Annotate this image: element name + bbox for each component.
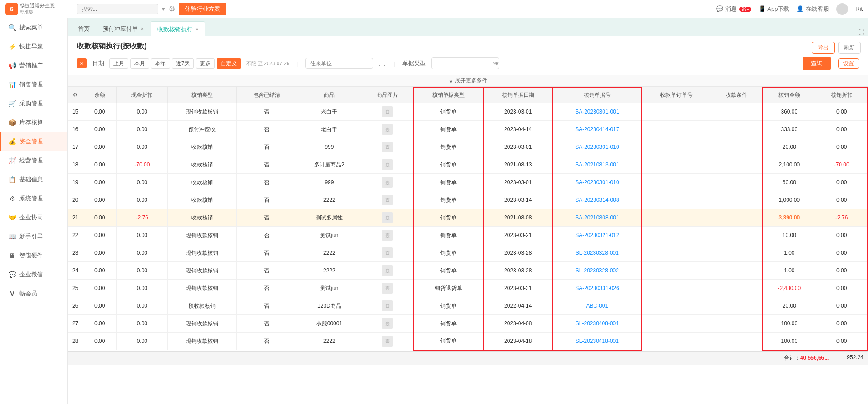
row-bill-type: 销货单 (413, 191, 483, 209)
table-area[interactable]: ⚙ 余额 现金折扣 核销类型 包含已结清 商品 商品图片 核销单据类型 核销单据… (68, 87, 868, 404)
bill-type-select[interactable] (431, 57, 499, 69)
row-bill-no[interactable]: SL-20230418-001 (553, 333, 642, 350)
tab-prepay-close[interactable]: × (141, 26, 144, 32)
sidebar-item-basic[interactable]: 📋 基础信息 (0, 170, 67, 189)
expand-more-bar[interactable]: ∨ 展开更多条件 (68, 75, 868, 87)
row-settings-icon[interactable]: 16 (68, 121, 83, 138)
dropdown-icon[interactable]: ▾ (162, 5, 165, 12)
row-settings-icon[interactable]: 15 (68, 103, 83, 121)
gear-icon[interactable]: ⚙ (169, 5, 175, 13)
row-goods: 999 (297, 174, 362, 191)
row-goods-img: 🖼 (362, 333, 413, 350)
row-bill-no[interactable]: SL-20230328-001 (553, 244, 642, 262)
row-settings-icon[interactable]: 20 (68, 191, 83, 209)
date-more[interactable]: 更多 (196, 58, 215, 69)
row-bill-no[interactable]: SA-20230301-010 (553, 174, 642, 191)
industry-btn[interactable]: 休验行业方案 (179, 3, 226, 15)
row-receipt-order-no (642, 156, 711, 174)
row-settings-icon[interactable]: 18 (68, 156, 83, 174)
row-settings-icon[interactable]: 21 (68, 209, 83, 227)
export-btn[interactable]: 导出 (812, 42, 835, 54)
sidebar-item-inventory[interactable]: 📦 库存核算 (0, 113, 67, 132)
sidebar-item-management[interactable]: 📈 经营管理 (0, 151, 67, 170)
row-settings-icon[interactable]: 25 (68, 280, 83, 297)
sidebar-item-member[interactable]: V 畅会员 (0, 284, 67, 303)
sidebar-item-wechat[interactable]: 💬 企业微信 (0, 265, 67, 284)
sidebar-item-guide[interactable]: 📖 新手引导 (0, 227, 67, 246)
row-bill-no[interactable]: SA-20230314-008 (553, 191, 642, 209)
search-input[interactable] (77, 4, 158, 14)
sidebar-item-marketing[interactable]: 📢 营销推广 (0, 56, 67, 75)
tab-home[interactable]: 首页 (71, 21, 96, 36)
bill-no-link[interactable]: SL-20230418-001 (576, 338, 619, 344)
bill-no-link[interactable]: SA-20210813-001 (575, 162, 619, 168)
row-cash-discount: 0.00 (117, 280, 168, 297)
online-service-btn[interactable]: 👤 在线客服 (797, 5, 829, 13)
bill-no-link[interactable]: SA-20210808-001 (575, 214, 619, 221)
tab-prepay[interactable]: 预付冲应付单 × (96, 21, 151, 36)
date-7days[interactable]: 近7天 (172, 58, 194, 69)
filter-expand-btn[interactable]: » (77, 58, 87, 68)
date-this-month[interactable]: 本月 (130, 58, 149, 69)
sidebar-item-hardware[interactable]: 🖥 智能硬件 (0, 246, 67, 265)
window-maximize-btn[interactable]: ⛶ (859, 29, 864, 36)
sidebar-item-collab[interactable]: 🤝 企业协同 (0, 208, 67, 227)
date-this-year[interactable]: 本年 (151, 58, 170, 69)
message-btn[interactable]: 💬 消息 99+ (716, 5, 751, 13)
bill-no-link[interactable]: SA-20230414-017 (575, 126, 619, 133)
sidebar-item-search[interactable]: 🔍 搜索菜单 (0, 18, 67, 37)
row-bill-no[interactable]: SL-20230328-002 (553, 262, 642, 280)
row-bill-no[interactable]: SA-20210808-001 (553, 209, 642, 227)
tab-receipt[interactable]: 收款核销执行 × (151, 21, 205, 36)
query-btn[interactable]: 查询 (803, 57, 831, 70)
bill-no-link[interactable]: SA-20230301-001 (575, 109, 619, 115)
settings-btn[interactable]: 设置 (838, 58, 859, 69)
user-avatar[interactable] (836, 3, 848, 15)
app-download-btn[interactable]: 📱 App下载 (759, 5, 789, 13)
top-bar-mid: ▾ ⚙ 休验行业方案 (77, 3, 712, 15)
row-receipt-condition (711, 174, 762, 191)
row-settings-icon[interactable]: 28 (68, 333, 83, 350)
bill-no-link[interactable]: SA-20230321-012 (575, 232, 619, 238)
bill-no-link[interactable]: SL-20230328-002 (576, 267, 619, 274)
sidebar-item-shortcut[interactable]: ⚡ 快捷导航 (0, 37, 67, 56)
sidebar-item-finance[interactable]: 💰 资金管理 (0, 132, 67, 151)
bill-no-link[interactable]: SA-20230301-010 (575, 144, 619, 150)
row-receipt-condition (711, 227, 762, 244)
tab-receipt-close[interactable]: × (195, 26, 198, 33)
row-receipt-order-no (642, 315, 711, 333)
bill-no-link[interactable]: SL-20230408-001 (576, 320, 619, 327)
bill-no-link[interactable]: SL-20230328-001 (576, 250, 619, 256)
bill-no-link[interactable]: SA-20230314-008 (575, 197, 619, 203)
row-bill-no[interactable]: SA-20230321-012 (553, 227, 642, 244)
row-bill-no[interactable]: SL-20230408-001 (553, 315, 642, 333)
row-settings-icon[interactable]: 23 (68, 244, 83, 262)
bill-no-link[interactable]: SA-20230331-026 (575, 285, 619, 291)
counterpart-input[interactable] (305, 58, 373, 69)
row-bill-no[interactable]: SA-20230301-010 (553, 138, 642, 156)
row-bill-no[interactable]: SA-20230331-026 (553, 280, 642, 297)
date-last-month[interactable]: 上月 (109, 58, 128, 69)
refresh-btn[interactable]: 刷新 (838, 42, 861, 54)
row-bill-no[interactable]: SA-20230414-017 (553, 121, 642, 138)
th-settings[interactable]: ⚙ (68, 87, 83, 103)
sidebar-item-sales[interactable]: 📊 销售管理 (0, 75, 67, 94)
row-receipt-condition (711, 262, 762, 280)
row-goods-img: 🖼 (362, 156, 413, 174)
row-bill-no[interactable]: ABC-001 (553, 297, 642, 315)
row-bill-no[interactable]: SA-20210813-001 (553, 156, 642, 174)
date-custom[interactable]: 自定义 (217, 58, 241, 69)
window-minimize-btn[interactable]: — (849, 29, 855, 36)
row-settings-icon[interactable]: 27 (68, 315, 83, 333)
sidebar-item-system[interactable]: ⚙ 系统管理 (0, 189, 67, 208)
row-bill-no[interactable]: SA-20230301-001 (553, 103, 642, 121)
sidebar-item-purchase[interactable]: 🛒 采购管理 (0, 94, 67, 113)
row-receipt-order-no (642, 244, 711, 262)
row-settings-icon[interactable]: 24 (68, 262, 83, 280)
bill-no-link[interactable]: SA-20230301-010 (575, 179, 619, 185)
row-settings-icon[interactable]: 26 (68, 297, 83, 315)
row-settings-icon[interactable]: 22 (68, 227, 83, 244)
row-settings-icon[interactable]: 19 (68, 174, 83, 191)
bill-no-link[interactable]: ABC-001 (586, 303, 609, 309)
row-settings-icon[interactable]: 17 (68, 138, 83, 156)
